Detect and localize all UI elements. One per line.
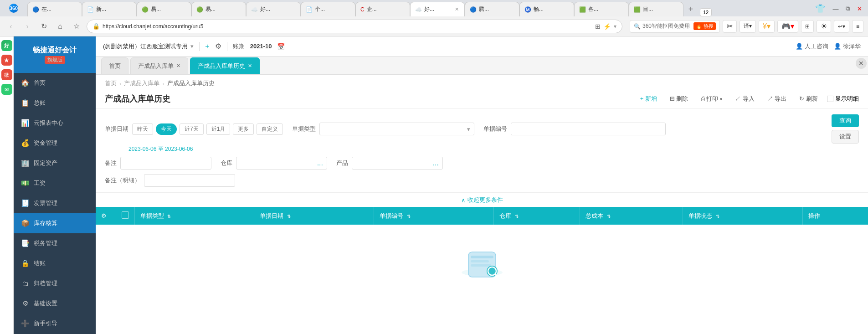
scissors-tool-button[interactable]: ✂ [723,20,737,33]
forward-button[interactable]: › [21,20,34,33]
sidebar-logo[interactable]: 好 [1,40,12,51]
tab-3[interactable]: 🟢 易... [137,2,191,16]
import-button[interactable]: ↙ 导入 [731,93,758,105]
note-detail-filter-input[interactable] [144,174,235,187]
page-tab-history[interactable]: 产成品入库单历史 ✕ [190,57,260,74]
shirt-icon[interactable]: 👕 [812,3,828,15]
table-settings-icon[interactable]: ⚙ [101,212,107,219]
type-select[interactable]: ▾ [319,123,474,135]
user-avatar[interactable]: 👤 徐泽华 [834,42,861,51]
grid-icon[interactable]: ⊞ [595,23,601,30]
url-bar[interactable]: 🔒 https://cloud.chanjet.com/accounting/u… [87,20,622,33]
th-number-sort-icon[interactable]: ⇅ [407,214,411,219]
breadcrumb-home-link[interactable]: 首页 [105,79,117,87]
tab-11[interactable]: 🟩 各... [574,2,629,16]
th-type[interactable]: 单据类型 ⇅ [134,207,254,225]
tab-4[interactable]: 🟢 易... [191,2,246,16]
sidebar-item-fixed-assets[interactable]: 🏢 固定资产 [14,153,96,173]
game-tool-button[interactable]: 🎮▾ [777,20,798,33]
back-button[interactable]: ‹ [5,20,17,33]
custom-date-button[interactable]: 自定义 [257,123,283,135]
sidebar-item-invoice[interactable]: 🧾 发票管理 [14,193,96,213]
more-date-button[interactable]: 更多 [233,123,254,135]
page-tab-list[interactable]: 产成品入库单 ✕ [130,57,188,74]
sidebar-item-payroll[interactable]: 💵 工资 [14,173,96,193]
tab-8-close-icon[interactable]: ✕ [454,5,460,13]
minimize-button[interactable]: — [832,5,840,13]
search-tool-button[interactable]: 🔍 360智能抠图免费用 🔥 热搜 [630,20,720,33]
yuan-tool-button[interactable]: ¥▾ [759,20,775,33]
settings-topbar-icon[interactable]: ⚙ [215,42,221,51]
th-warehouse[interactable]: 仓库 ⇅ [494,207,580,225]
company-selector[interactable]: (勿删勿禁用）江西服宝测试专用 ▾ [103,42,194,51]
dropdown-arrow-icon[interactable]: ▾ [614,23,616,30]
tab-1[interactable]: 🔵 在... [27,2,82,16]
last-month-button[interactable]: 近1月 [206,123,231,135]
lightning-icon[interactable]: ⚡ [603,23,611,30]
tab-5[interactable]: ☁️ 好... [246,2,301,16]
sidebar-icon-1[interactable]: ★ [1,55,12,66]
th-date[interactable]: 单据日期 ⇅ [254,207,374,225]
page-tab-home[interactable]: 首页 [101,57,128,74]
refresh-nav-button[interactable]: ↻ [37,20,50,33]
sidebar-icon-2[interactable]: 微 [1,69,12,80]
more-tool-button[interactable]: ≡ [852,20,863,33]
th-cost-sort-icon[interactable]: ⇅ [607,214,611,219]
close-button[interactable]: ✕ [855,5,863,13]
export-button[interactable]: ↗ 导出 [764,93,791,105]
sidebar-item-checkout[interactable]: 🔒 结账 [14,253,96,273]
panel-close-button[interactable]: ✕ [856,58,867,69]
page-tab-history-close-icon[interactable]: ✕ [248,63,252,69]
sidebar-item-fund[interactable]: 💰 资金管理 [14,133,96,153]
breadcrumb-parent-link[interactable]: 产成品入库单 [124,79,159,87]
set-button[interactable]: 设置 [832,130,859,144]
delete-button[interactable]: ⊟ 删除 [666,93,692,105]
today-button[interactable]: 今天 [156,123,177,135]
tab-10[interactable]: Ⓜ️ 畅... [519,2,574,16]
page-tab-list-close-icon[interactable]: ✕ [176,63,180,69]
header-checkbox[interactable] [122,211,129,219]
collapse-bar[interactable]: ∧ 收起更多条件 [105,193,859,207]
th-status[interactable]: 单据状态 ⇅ [683,207,803,225]
bookmark-button[interactable]: ☆ [70,20,83,33]
sidebar-icon-3[interactable]: ✉ [1,84,12,95]
number-filter-input[interactable] [511,123,666,135]
sidebar-item-home[interactable]: 🏠 首页 [14,73,96,93]
th-warehouse-sort-icon[interactable]: ⇅ [515,214,519,219]
sidebar-item-archive[interactable]: 🗂 归档管理 [14,273,96,293]
tab-9[interactable]: 🔵 腾... [465,2,519,16]
sidebar-item-ledger[interactable]: 📋 总账 [14,93,96,113]
sun-tool-button[interactable]: ☀ [817,20,831,33]
restore-button[interactable]: ⧉ [843,5,852,13]
th-checkbox[interactable] [116,207,134,225]
sidebar-item-cloud-report[interactable]: 📊 云报表中心 [14,113,96,133]
tab-12[interactable]: 🟩 目... [629,2,683,16]
note-filter-input[interactable] [120,157,211,170]
warehouse-dots-icon[interactable]: ... [317,159,323,167]
yesterday-button[interactable]: 昨天 [132,123,153,135]
query-button[interactable]: 查询 [832,114,859,127]
sidebar-item-inventory[interactable]: 📦 库存核算 [14,213,96,233]
warehouse-select[interactable]: ... [236,157,327,170]
user-service-button[interactable]: 👤 人工咨询 [796,42,828,51]
undo-tool-button[interactable]: ↩▾ [834,20,849,33]
product-dots-icon[interactable]: ... [433,159,439,167]
grid-tool-button[interactable]: ⊞ [801,20,814,33]
refresh-button[interactable]: ↻ 刷新 [796,93,822,105]
translate-tool-button[interactable]: 译▾ [740,20,756,33]
add-period-button[interactable]: + [205,42,209,51]
sidebar-item-settings[interactable]: ⚙ 基础设置 [14,293,96,313]
home-nav-button[interactable]: ⌂ [54,20,67,33]
calendar-icon[interactable]: 📅 [277,43,285,50]
th-settings[interactable]: ⚙ [96,207,116,225]
tab-6[interactable]: 📄 个... [301,2,355,16]
sidebar-item-tax[interactable]: 📑 税务管理 [14,233,96,253]
th-number[interactable]: 单据编号 ⇅ [374,207,494,225]
show-cols-checkbox[interactable] [827,96,833,102]
tab-8-active[interactable]: ☁️ 好... ✕ [410,2,465,16]
th-cost[interactable]: 总成本 ⇅ [580,207,683,225]
browser-menu-icon[interactable]: 360 [9,4,18,13]
new-tab-button[interactable]: + [683,2,698,16]
tab-2[interactable]: 📄 新... [82,2,137,16]
product-select[interactable]: ... [352,157,443,170]
